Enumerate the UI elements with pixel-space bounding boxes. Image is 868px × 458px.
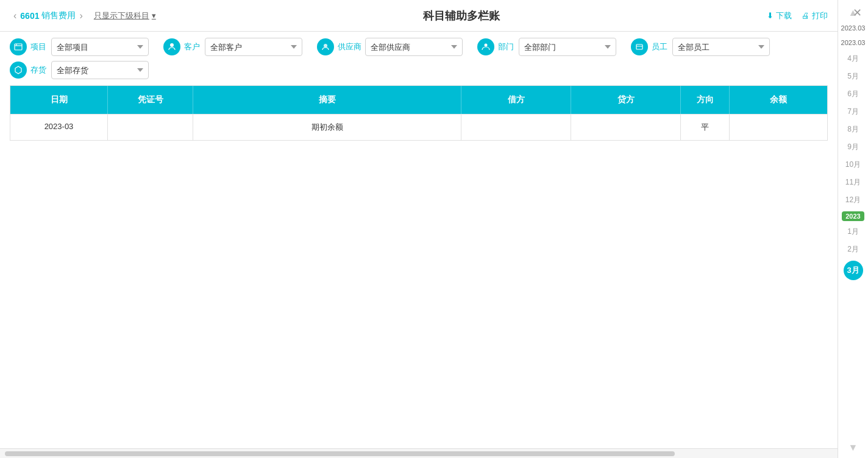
- table-header: 日期 凭证号 摘要 借方 贷方 方向 余额: [10, 86, 827, 114]
- cell-date: 2023-03: [10, 114, 108, 140]
- inventory-filter: 存货 全部存货: [10, 61, 149, 79]
- supplier-label: 供应商: [338, 41, 361, 52]
- show-sub-selector[interactable]: 只显示下级科目 ▾: [94, 10, 156, 21]
- download-label: 下载: [776, 10, 792, 21]
- sidebar-item-4month[interactable]: 4月: [838, 50, 868, 68]
- customer-icon: [163, 38, 180, 55]
- inventory-select[interactable]: 全部存货: [51, 61, 149, 79]
- project-select[interactable]: 全部项目: [51, 38, 149, 56]
- department-label: 部门: [498, 41, 515, 52]
- sidebar-item-2month[interactable]: 2月: [838, 241, 868, 258]
- employee-icon: [631, 38, 648, 55]
- col-balance: 余额: [730, 86, 827, 114]
- col-date: 日期: [10, 86, 108, 114]
- sidebar-item-1[interactable]: 2023.03: [838, 35, 868, 50]
- cell-direction: 平: [681, 114, 730, 140]
- customer-label: 客户: [184, 41, 201, 52]
- download-icon: ⬇: [767, 11, 774, 20]
- svg-rect-5: [636, 44, 642, 49]
- project-label: 项目: [30, 41, 48, 52]
- sidebar-item-5month[interactable]: 5月: [838, 68, 868, 85]
- svg-rect-0: [15, 44, 22, 50]
- sidebar-item-7month[interactable]: 7月: [838, 103, 868, 121]
- sidebar-item-12month[interactable]: 12月: [838, 191, 868, 209]
- department-filter: 部门 全部部门: [477, 38, 616, 56]
- inventory-icon: [10, 62, 27, 79]
- sidebar-item-3month[interactable]: 3月: [844, 261, 863, 280]
- scrollbar-thumb: [5, 451, 675, 456]
- close-button[interactable]: ✕: [853, 6, 862, 19]
- cell-voucher: [108, 114, 193, 140]
- show-sub-label: 只显示下级科目: [94, 10, 149, 21]
- project-icon: [10, 38, 27, 55]
- department-select[interactable]: 全部部门: [519, 38, 616, 56]
- horizontal-scrollbar[interactable]: [0, 448, 838, 458]
- col-voucher: 凭证号: [108, 86, 193, 114]
- project-filter: 项目 全部项目: [10, 38, 149, 56]
- filters-area: 项目 全部项目 客户 全部客户 供应商 全部供: [0, 32, 838, 85]
- print-label: 打印: [812, 10, 828, 21]
- year-badge: 2023: [842, 211, 864, 221]
- sidebar-item-10month[interactable]: 10月: [838, 156, 868, 174]
- account-code: 6601: [20, 11, 39, 21]
- department-icon: [477, 38, 494, 55]
- sidebar-down-arrow[interactable]: ▼: [846, 440, 861, 458]
- cell-credit: [571, 114, 681, 140]
- customer-select[interactable]: 全部客户: [205, 38, 302, 56]
- prev-account-button[interactable]: ‹: [10, 9, 20, 23]
- col-summary: 摘要: [193, 86, 461, 114]
- ledger-table: 日期 凭证号 摘要 借方 贷方 方向 余额 2023-03 期初余额 平: [10, 85, 828, 141]
- sidebar-item-0[interactable]: 2023.03: [838, 21, 868, 35]
- cell-balance: [730, 114, 827, 140]
- print-button[interactable]: 🖨 打印: [802, 10, 828, 21]
- supplier-filter: 供应商 全部供应商: [317, 38, 463, 56]
- show-sub-arrow-icon: ▾: [152, 11, 156, 20]
- download-button[interactable]: ⬇ 下载: [767, 10, 792, 21]
- sidebar-item-9month[interactable]: 9月: [838, 138, 868, 156]
- cell-summary: 期初余额: [193, 114, 461, 140]
- svg-point-4: [485, 44, 488, 47]
- table-row: 2023-03 期初余额 平: [10, 114, 827, 140]
- sidebar-item-11month[interactable]: 11月: [838, 174, 868, 191]
- sidebar-item-8month[interactable]: 8月: [838, 121, 868, 138]
- col-direction: 方向: [681, 86, 730, 114]
- col-credit: 贷方: [571, 86, 681, 114]
- svg-point-3: [324, 44, 327, 48]
- page-title: 科目辅助多栏账: [156, 9, 767, 23]
- header: ‹ 6601 销售费用 › 只显示下级科目 ▾ 科目辅助多栏账 ⬇ 下载 🖨 打…: [0, 0, 838, 32]
- account-name: 销售费用: [41, 10, 76, 21]
- sidebar-item-6month[interactable]: 6月: [838, 85, 868, 103]
- month-sidebar: ▲ 2023.03 2023.03 4月 5月 6月 7月 8月 9月 10月 …: [838, 0, 868, 458]
- sidebar-item-1month[interactable]: 1月: [838, 223, 868, 241]
- employee-label: 员工: [652, 41, 669, 52]
- next-account-button[interactable]: ›: [76, 9, 86, 23]
- employee-select[interactable]: 全部员工: [672, 38, 770, 56]
- cell-debit: [461, 114, 571, 140]
- customer-filter: 客户 全部客户: [163, 38, 302, 56]
- supplier-select[interactable]: 全部供应商: [365, 38, 463, 56]
- inventory-label: 存货: [30, 65, 48, 76]
- employee-filter: 员工 全部员工: [631, 38, 770, 56]
- col-debit: 借方: [461, 86, 571, 114]
- header-actions: ⬇ 下载 🖨 打印: [767, 10, 828, 21]
- supplier-icon: [317, 38, 334, 55]
- print-icon: 🖨: [802, 11, 809, 20]
